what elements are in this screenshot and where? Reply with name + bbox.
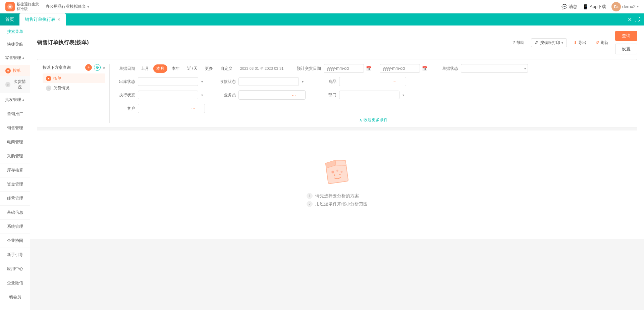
collapse-up-icon: ∧ — [359, 118, 362, 122]
press-order-nav-icon: ● — [46, 76, 51, 81]
exec-status-select[interactable] — [138, 91, 198, 99]
sidebar-subitem-debt[interactable]: ○ 欠货情况 — [0, 76, 30, 93]
sidebar-item-member[interactable]: 畅会员 — [0, 290, 30, 304]
sidebar-item-basic[interactable]: 基础信息 — [0, 206, 30, 220]
shipment-status-select[interactable] — [138, 77, 198, 86]
preset-last7days[interactable]: 近7天 — [184, 64, 201, 73]
tab-home[interactable]: 首页 — [0, 13, 19, 25]
sidebar-item-appstore[interactable]: 应用中心 — [0, 262, 30, 276]
sidebar-item-wholesale[interactable]: 批发管理 ▲ — [0, 93, 30, 107]
product-ellipsis-icon[interactable]: ··· — [391, 79, 398, 84]
order-status-select[interactable] — [461, 64, 528, 73]
message-button[interactable]: 💬 消息 — [561, 4, 577, 10]
help-icon: ? — [513, 40, 515, 45]
shipment-status-wrap: ▾ — [138, 77, 205, 86]
print-button[interactable]: 🖨 按模板打印 ▾ — [531, 38, 567, 47]
predicted-delivery-start[interactable] — [324, 64, 364, 73]
filter-row-3: 执行状态 ▾ 业务员 — [115, 90, 632, 100]
app-download-icon: 📱 — [583, 4, 588, 9]
tab-sales-order-exec[interactable]: 销售订单执行表 ✕ — [19, 13, 66, 25]
sidebar-item-finance[interactable]: 资金管理 — [0, 177, 30, 192]
collapse-button[interactable]: ∧ 收起更多条件 — [359, 117, 388, 123]
press-order-icon: ● — [5, 68, 11, 73]
sidebar-subitem-pressorder[interactable]: ● 按单 — [0, 65, 30, 76]
plan-nav-debt[interactable]: ○ 欠货情况 — [43, 83, 105, 93]
tab-close-icon[interactable]: ✕ — [57, 17, 60, 22]
filter-row-1: 单据日期 上月 本月 本年 近7天 更多 自定义 2023-03-01 至 20… — [115, 64, 632, 73]
filter-field-date: 单据日期 上月 本月 本年 近7天 更多 自定义 2023-03-01 至 20… — [115, 64, 283, 73]
product-select[interactable]: ··· — [339, 77, 406, 86]
page-title-row: 销售订单执行表(按单) ? 帮助 🖨 按模板打印 ▾ ⬇ 导出 — [37, 31, 637, 54]
filter-field-product: 商品 ··· — [316, 77, 406, 86]
preset-last-month[interactable]: 上月 — [138, 64, 152, 73]
collapse-left-button[interactable]: « — [103, 65, 105, 70]
sidebar-item-retail[interactable]: 零售管理 ▲ — [0, 51, 30, 65]
sidebar-item-inventory[interactable]: 库存核算 — [0, 163, 30, 177]
help-button[interactable]: ? 帮助 — [510, 39, 527, 47]
dept-chevron-icon: ▾ — [402, 93, 404, 97]
date-range-display: 2023-03-01 至 2023-03-31 — [240, 66, 284, 71]
sidebar-item-enterprise[interactable]: 企业协同 — [0, 234, 30, 248]
logo-area: 畅捷通好生意 标准版 — [5, 2, 39, 11]
logo-text: 畅捷通好生意 标准版 — [17, 2, 39, 11]
plan-nav-press-order[interactable]: ● 按单 — [43, 73, 105, 83]
wholesale-arrow-icon: ▲ — [22, 98, 25, 102]
filter-right-panel: 单据日期 上月 本月 本年 近7天 更多 自定义 2023-03-01 至 20… — [110, 64, 632, 123]
print-dropdown-icon: ▾ — [561, 41, 563, 45]
print-icon: 🖨 — [535, 40, 539, 45]
customer-ellipsis-icon[interactable]: ··· — [190, 106, 197, 111]
preset-more[interactable]: 更多 — [202, 64, 216, 73]
breadcrumb-arrow-icon[interactable]: ▾ — [87, 4, 89, 9]
sidebar-search[interactable]: 搜索菜单 — [0, 25, 30, 38]
filter-field-dept: 部门 ▾ — [316, 91, 406, 99]
salesperson-ellipsis-icon[interactable]: ··· — [290, 92, 297, 98]
sidebar-item-ecommerce[interactable]: 电商管理 — [0, 135, 30, 149]
filter-left-panel: 按以下方案查询 + ⚙ « ● 按单 ○ — [43, 64, 110, 123]
calendar-end-icon[interactable]: 📅 — [422, 66, 427, 71]
query-button[interactable]: 查询 — [615, 31, 637, 41]
sidebar-item-system[interactable]: 系统管理 — [0, 220, 30, 234]
customer-select[interactable]: ··· — [138, 104, 205, 113]
refresh-button[interactable]: ↺ 刷新 — [593, 39, 611, 47]
sidebar-item-purchase[interactable]: 采购管理 — [0, 149, 30, 163]
preset-this-month[interactable]: 本月 — [153, 64, 167, 73]
add-plan-button[interactable]: + — [85, 64, 92, 71]
shipment-chevron-icon: ▾ — [201, 80, 203, 84]
breadcrumb: 办公用品行业模拟账套 ▾ — [46, 4, 89, 9]
preset-this-year[interactable]: 本年 — [169, 64, 183, 73]
order-status-select-wrap: ▾ — [461, 64, 528, 73]
tab-expand-button[interactable]: ⛶ — [635, 16, 640, 22]
sidebar-item-marketing[interactable]: 营销推广 — [0, 107, 30, 121]
salesperson-select[interactable]: ··· — [238, 90, 306, 100]
dept-select[interactable] — [339, 91, 399, 99]
predicted-delivery-range: 📅 — 📅 — [324, 64, 427, 73]
filter-field-exec-status: 执行状态 ▾ — [115, 91, 205, 99]
filter-field-customer: 客户 ··· — [115, 104, 205, 113]
edit-plan-button[interactable]: ⚙ — [94, 64, 101, 71]
section-divider — [37, 128, 637, 131]
filter-field-predicted-delivery: 预计交货日期 📅 — 📅 — [294, 64, 427, 73]
export-icon: ⬇ — [574, 40, 577, 45]
sidebar-item-operations[interactable]: 经营管理 — [0, 192, 30, 206]
user-menu[interactable]: Ea demo2 ▾ — [611, 2, 639, 11]
predicted-delivery-end[interactable] — [380, 64, 420, 73]
payment-chevron-icon: ▾ — [302, 80, 304, 84]
sidebar-quicknav[interactable]: 快捷导航 — [0, 38, 30, 51]
filter-panel: 按以下方案查询 + ⚙ « ● 按单 ○ — [37, 59, 637, 128]
setup-button[interactable]: 设置 — [615, 44, 637, 54]
calendar-start-icon[interactable]: 📅 — [366, 66, 371, 71]
sidebar: 搜索菜单 快捷导航 零售管理 ▲ ● 按单 ○ 欠货情况 批发管理 ▲ 营销推广… — [0, 25, 30, 310]
app-download-button[interactable]: 📱 App下载 — [583, 4, 606, 10]
preset-custom[interactable]: 自定义 — [217, 64, 235, 73]
exec-status-chevron-icon: ▾ — [201, 93, 203, 97]
sidebar-item-newuser[interactable]: 新手引导 — [0, 248, 30, 262]
sidebar-item-sales[interactable]: 销售管理 — [0, 121, 30, 135]
payment-status-wrap: ▾ — [238, 77, 306, 86]
payment-status-select[interactable] — [238, 77, 299, 86]
retail-arrow-icon: ▲ — [22, 56, 25, 60]
tab-close-window-button[interactable]: ✕ — [628, 16, 632, 23]
filter-left-title: 按以下方案查询 + ⚙ « — [43, 64, 105, 71]
export-button[interactable]: ⬇ 导出 — [571, 39, 589, 47]
empty-state: 1 请先选择要分析的方案 2 用过滤条件来缩小分析范围 — [37, 131, 637, 234]
sidebar-item-weixin[interactable]: 企业微信 — [0, 276, 30, 290]
